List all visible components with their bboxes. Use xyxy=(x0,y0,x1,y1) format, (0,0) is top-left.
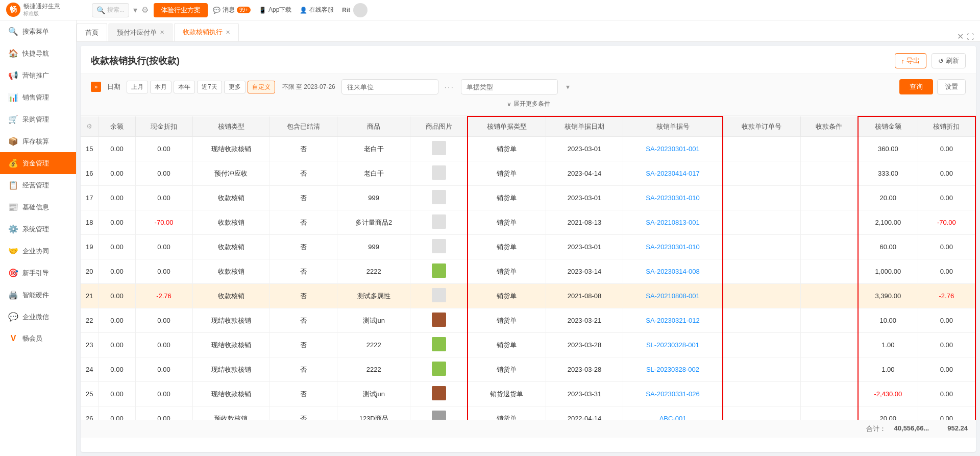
window-maximize-btn[interactable]: ⛶ xyxy=(967,33,974,41)
table-footer: 合计： 40,556,66... 952.24 xyxy=(81,420,976,438)
app-download-btn[interactable]: 📱 App下载 xyxy=(259,6,291,14)
tab-home[interactable]: 首页 xyxy=(77,23,107,41)
voucher-type-input[interactable] xyxy=(461,79,558,94)
dropdown-icon[interactable]: ▾ xyxy=(133,5,137,15)
cell-id: 18 xyxy=(81,210,99,235)
table-body: 15 0.00 0.00 现结收款核销 否 老白干 销货单 2023-03-01… xyxy=(81,137,975,420)
filter-expand-icon[interactable]: ▾ xyxy=(566,83,570,91)
export-button[interactable]: ↑ 导出 xyxy=(895,53,927,68)
sidebar-item-inventory[interactable]: 📦 库存核算 xyxy=(0,130,76,152)
cell-cash-discount: 0.00 xyxy=(135,382,192,406)
cell-writeoff-amount: 1.00 xyxy=(858,333,918,357)
cell-writeoff-amount: 10.00 xyxy=(858,308,918,333)
cell-writeoff-voucher-type: 销货单 xyxy=(468,161,546,186)
sidebar-item-purchase[interactable]: 🛒 采购管理 xyxy=(0,108,76,130)
date-btn-last-month[interactable]: 上月 xyxy=(127,81,148,93)
cell-product-image xyxy=(410,284,468,308)
cell-writeoff-date: 2023-03-21 xyxy=(546,308,623,333)
cell-balance: 0.00 xyxy=(99,308,135,333)
settings-icon[interactable]: ⚙ xyxy=(141,5,149,15)
query-button[interactable]: 查询 xyxy=(899,79,933,94)
cell-cash-discount: 0.00 xyxy=(135,186,192,210)
sidebar-item-collab[interactable]: 🤝 企业协同 xyxy=(0,240,76,262)
cell-balance: 0.00 xyxy=(99,382,135,406)
cell-writeoff-type: 收款核销 xyxy=(192,235,270,259)
cell-include-settled: 否 xyxy=(270,161,337,186)
cell-receipt-condition xyxy=(800,137,858,161)
sidebar-item-weixin[interactable]: 💬 企业微信 xyxy=(0,306,76,328)
collab-icon: 🤝 xyxy=(8,246,18,256)
sidebar-item-vip[interactable]: V 畅会员 xyxy=(0,328,76,349)
sidebar-item-sales[interactable]: 📊 销售管理 xyxy=(0,86,76,108)
table-row: 17 0.00 0.00 收款核销 否 999 销货单 2023-03-01 S… xyxy=(81,186,975,210)
cell-writeoff-date: 2021-08-13 xyxy=(546,210,623,235)
cell-writeoff-discount: -70.00 xyxy=(918,210,975,235)
cell-product-image xyxy=(410,308,468,333)
cell-receipt-order xyxy=(723,137,801,161)
cell-writeoff-no: SA-20230301-001 xyxy=(623,137,723,161)
filter-row: » 日期 上月 本月 本年 近7天 更多 自定义 不限 至 2023-07-26 xyxy=(91,79,966,94)
cell-id: 24 xyxy=(81,357,99,382)
sidebar-item-guide[interactable]: 🎯 新手引导 xyxy=(0,262,76,284)
message-btn[interactable]: 💬 消息 99+ xyxy=(213,6,251,14)
cell-writeoff-type: 收款核销 xyxy=(192,186,270,210)
cell-include-settled: 否 xyxy=(270,308,337,333)
refresh-button[interactable]: ↺ 刷新 xyxy=(932,53,966,68)
cell-id: 26 xyxy=(81,406,99,420)
cell-balance: 0.00 xyxy=(99,406,135,420)
sidebar-item-hardware[interactable]: 🖨️ 智能硬件 xyxy=(0,284,76,306)
cell-writeoff-type: 预付冲应收 xyxy=(192,161,270,186)
cell-product-image xyxy=(410,161,468,186)
tab-writeoff[interactable]: 收款核销执行 ✕ xyxy=(174,23,239,41)
cell-writeoff-discount: -2.76 xyxy=(918,284,975,308)
cell-balance: 0.00 xyxy=(99,333,135,357)
sidebar-item-management[interactable]: 📋 经营管理 xyxy=(0,174,76,196)
cell-writeoff-amount: 60.00 xyxy=(858,235,918,259)
industry-btn[interactable]: 体验行业方案 xyxy=(154,3,208,17)
date-btn-7days[interactable]: 近7天 xyxy=(197,81,222,93)
cell-balance: 0.00 xyxy=(99,284,135,308)
tab-prepay[interactable]: 预付冲应付单 ✕ xyxy=(108,23,173,41)
search-bar[interactable]: 🔍 搜索... xyxy=(92,3,129,17)
col-writeoff-type: 核销类型 xyxy=(192,116,270,137)
sidebar-item-search[interactable]: 🔍 搜索菜单 xyxy=(0,20,76,42)
cell-receipt-order xyxy=(723,333,801,357)
cell-receipt-condition xyxy=(800,333,858,357)
sidebar-item-marketing[interactable]: 📢 营销推广 xyxy=(0,64,76,86)
counterpart-input[interactable] xyxy=(341,79,438,94)
cell-writeoff-type: 现结收款核销 xyxy=(192,308,270,333)
setting-button[interactable]: 设置 xyxy=(937,79,966,94)
date-btn-more[interactable]: 更多 xyxy=(224,81,246,93)
cell-receipt-order xyxy=(723,357,801,382)
sidebar-item-finance[interactable]: 💰 资金管理 xyxy=(0,152,76,174)
cell-writeoff-date: 2023-03-31 xyxy=(546,382,623,406)
user-area[interactable]: Rit xyxy=(342,3,368,17)
cell-include-settled: 否 xyxy=(270,333,337,357)
cell-writeoff-type: 收款核销 xyxy=(192,259,270,284)
cell-cash-discount: 0.00 xyxy=(135,137,192,161)
date-range-text: 不限 至 2023-07-26 xyxy=(282,83,335,90)
sidebar-item-system[interactable]: ⚙️ 系统管理 xyxy=(0,218,76,240)
filter-bar: » 日期 上月 本月 本年 近7天 更多 自定义 不限 至 2023-07-26 xyxy=(81,74,976,116)
sidebar-item-nav[interactable]: 🏠 快捷导航 xyxy=(0,42,76,64)
tab-close-writeoff[interactable]: ✕ xyxy=(226,29,230,36)
expand-arrow-btn[interactable]: » xyxy=(91,82,101,92)
col-settings[interactable]: ⚙ xyxy=(81,116,99,137)
date-btn-this-year[interactable]: 本年 xyxy=(174,81,195,93)
cell-product: 测试jun xyxy=(337,382,410,406)
expand-more-btn[interactable]: ∨ 展开更多条件 xyxy=(91,98,966,110)
sidebar: 🔍 搜索菜单 🏠 快捷导航 📢 营销推广 📊 销售管理 🛒 采购管理 📦 库存核… xyxy=(0,20,77,456)
window-close-btn[interactable]: ✕ xyxy=(957,32,964,41)
col-product: 商品 xyxy=(337,116,410,137)
date-btn-custom[interactable]: 自定义 xyxy=(248,81,275,93)
cell-product: 老白干 xyxy=(337,137,410,161)
cell-writeoff-date: 2023-03-01 xyxy=(546,235,623,259)
col-writeoff-no: 核销单据号 xyxy=(623,116,723,137)
online-service-btn[interactable]: 👤 在线客服 xyxy=(300,6,334,14)
cell-writeoff-amount: 2,100.00 xyxy=(858,210,918,235)
cell-writeoff-no: SA-20230314-008 xyxy=(623,259,723,284)
tab-bar: 首页 预付冲应付单 ✕ 收款核销执行 ✕ ✕ ⛶ xyxy=(77,20,980,42)
date-btn-this-month[interactable]: 本月 xyxy=(150,81,172,93)
tab-close-prepay[interactable]: ✕ xyxy=(160,29,164,36)
sidebar-item-basic[interactable]: 📰 基础信息 xyxy=(0,196,76,218)
